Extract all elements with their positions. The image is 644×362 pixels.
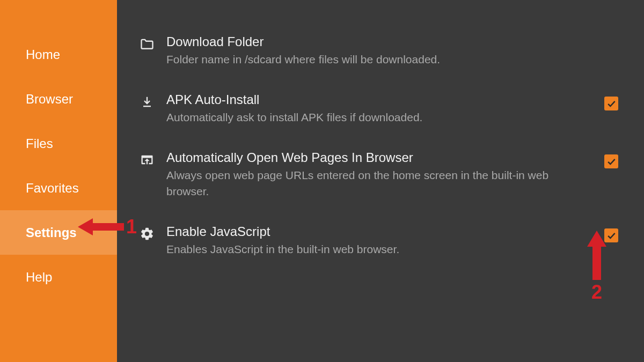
checkbox-apk-auto-install[interactable] xyxy=(604,97,618,110)
setting-desc: Folder name in /sdcard where files will … xyxy=(166,51,587,68)
setting-desc: Automatically ask to install APK files i… xyxy=(166,109,587,125)
setting-title: APK Auto-Install xyxy=(166,91,587,108)
setting-title: Enable JavaScript xyxy=(166,223,587,240)
setting-trailing xyxy=(594,223,618,242)
sidebar-item-home[interactable]: Home xyxy=(0,32,117,77)
sidebar-item-settings[interactable]: Settings xyxy=(0,210,117,255)
sidebar-item-browser[interactable]: Browser xyxy=(0,77,117,121)
sidebar-item-help[interactable]: Help xyxy=(0,255,117,299)
svg-rect-0 xyxy=(143,106,151,107)
sidebar-item-label: Help xyxy=(26,270,52,285)
download-icon xyxy=(132,91,162,109)
setting-text: Download Folder Folder name in /sdcard w… xyxy=(162,33,594,68)
sidebar-item-favorites[interactable]: Favorites xyxy=(0,166,117,210)
settings-panel: Download Folder Folder name in /sdcard w… xyxy=(117,0,644,362)
folder-icon xyxy=(132,33,162,51)
setting-text: Automatically Open Web Pages In Browser … xyxy=(162,149,594,200)
setting-text: APK Auto-Install Automatically ask to in… xyxy=(162,91,594,125)
sidebar-item-label: Files xyxy=(26,136,53,151)
setting-trailing xyxy=(594,149,618,168)
setting-trailing xyxy=(594,33,618,39)
sidebar-item-label: Settings xyxy=(26,225,77,240)
sidebar-item-files[interactable]: Files xyxy=(0,121,117,166)
setting-enable-javascript[interactable]: Enable JavaScript Enables JavaScript in … xyxy=(132,211,618,269)
sidebar: Home Browser Files Favorites Settings He… xyxy=(0,0,117,362)
setting-trailing xyxy=(594,91,618,110)
sidebar-item-label: Home xyxy=(26,47,60,62)
setting-download-folder[interactable]: Download Folder Folder name in /sdcard w… xyxy=(132,21,618,79)
checkbox-enable-javascript[interactable] xyxy=(604,228,618,242)
setting-desc: Always open web page URLs entered on the… xyxy=(166,167,587,200)
setting-title: Automatically Open Web Pages In Browser xyxy=(166,149,587,166)
gear-icon xyxy=(132,223,162,241)
setting-auto-open-browser[interactable]: Automatically Open Web Pages In Browser … xyxy=(132,137,618,211)
checkbox-auto-open-browser[interactable] xyxy=(604,154,618,168)
setting-desc: Enables JavaScript in the built-in web b… xyxy=(166,241,587,257)
sidebar-item-label: Favorites xyxy=(26,181,79,196)
setting-text: Enable JavaScript Enables JavaScript in … xyxy=(162,223,594,257)
setting-title: Download Folder xyxy=(166,33,587,50)
sidebar-item-label: Browser xyxy=(26,92,73,107)
setting-apk-auto-install[interactable]: APK Auto-Install Automatically ask to in… xyxy=(132,79,618,137)
open-in-browser-icon xyxy=(132,149,162,167)
